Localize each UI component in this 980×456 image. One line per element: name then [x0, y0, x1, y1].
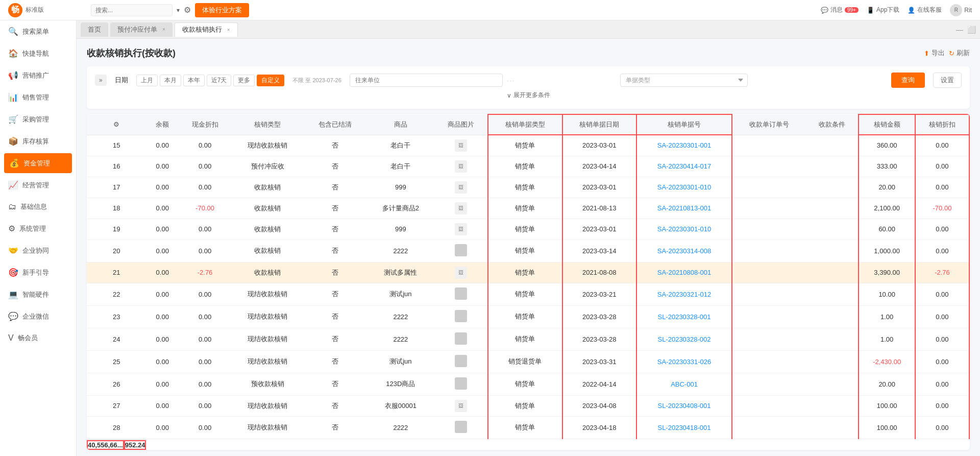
date-range-text: 不限 至 2023-07-26	[292, 77, 341, 84]
app-download-btn[interactable]: 📱 App下载	[867, 6, 899, 14]
message-badge: 99+	[845, 7, 859, 13]
sidebar-item-inventory[interactable]: 📦 库存核算	[0, 130, 76, 152]
th-product: 商品	[366, 114, 435, 135]
top-dropdown-arrow[interactable]: ▾	[177, 7, 180, 14]
doc-no-link[interactable]: SA-20230301-010	[657, 225, 712, 233]
td-doc-no[interactable]: SL-20230328-002	[636, 328, 732, 350]
tab-collect[interactable]: 收款核销执行 ×	[175, 22, 238, 37]
basic-icon: 🗂	[8, 202, 16, 211]
doc-no-link[interactable]: SA-20230314-008	[657, 247, 712, 255]
doc-no-link[interactable]: SA-20230301-010	[657, 183, 712, 191]
footer-discount-total: 952.24	[124, 440, 146, 450]
date-btn-7days[interactable]: 近7天	[207, 75, 232, 86]
td-doc-no[interactable]: SA-20230331-026	[636, 350, 732, 373]
td-product-img: 🖼	[435, 219, 488, 239]
tab-minimize-btn[interactable]: —	[956, 26, 963, 34]
th-settings[interactable]: ⚙	[87, 114, 146, 135]
sidebar-item-operation[interactable]: 📈 经营管理	[0, 174, 76, 196]
date-btn-more[interactable]: 更多	[233, 75, 255, 86]
sidebar-item-sales[interactable]: 📊 销售管理	[0, 86, 76, 108]
td-product: 2222	[366, 305, 435, 328]
doc-no-link[interactable]: SA-20230331-026	[657, 358, 712, 366]
th-amount: 核销金额	[859, 114, 915, 135]
doc-no-link[interactable]: SA-20210813-001	[657, 204, 712, 212]
marketing-icon: 📢	[8, 70, 18, 80]
refresh-button[interactable]: ↻ 刷新	[949, 49, 970, 58]
td-doc-no[interactable]: SL-20230418-001	[636, 416, 732, 439]
td-doc-no[interactable]: SA-20230301-010	[636, 177, 732, 198]
tab-home[interactable]: 首页	[81, 22, 108, 37]
sidebar-item-finance[interactable]: 💰 资金管理	[4, 153, 72, 173]
td-doc-no[interactable]: SA-20230301-010	[636, 219, 732, 239]
td-discount: 0.00	[915, 416, 969, 439]
td-doc-date: 2023-03-28	[562, 305, 636, 328]
td-doc-no[interactable]: SA-20210813-001	[636, 198, 732, 219]
date-btn-custom[interactable]: 自定义	[257, 75, 284, 86]
td-doc-no[interactable]: ABC-001	[636, 373, 732, 395]
doc-no-link[interactable]: SA-20210808-001	[657, 269, 712, 276]
th-order-no: 收款单订单号	[732, 114, 805, 135]
sidebar-item-purchase[interactable]: 🛒 采购管理	[0, 108, 76, 130]
doc-no-link[interactable]: SL-20230328-002	[657, 335, 710, 343]
settings-icon[interactable]: ⚙	[184, 5, 191, 15]
tab-prepay-close[interactable]: ×	[162, 27, 165, 32]
td-doc-no[interactable]: SL-20230328-001	[636, 305, 732, 328]
td-doc-no[interactable]: SA-20230414-017	[636, 156, 732, 177]
sidebar: 🔍 搜索菜单 🏠 快捷导航 📢 营销推广 📊 销售管理 🛒 采购管理 📦 库存核…	[0, 20, 77, 456]
type-select[interactable]: 单据类型	[620, 74, 748, 87]
doc-no-link[interactable]: SA-20230301-001	[657, 141, 712, 149]
td-doc-no[interactable]: SA-20230314-008	[636, 239, 732, 262]
date-btn-thisyear[interactable]: 本年	[183, 75, 205, 86]
td-doc-no[interactable]: SA-20210808-001	[636, 262, 732, 283]
date-btn-lastmonth[interactable]: 上月	[136, 75, 158, 86]
unit-input[interactable]	[350, 74, 503, 87]
doc-no-link[interactable]: SL-20230328-001	[657, 313, 710, 321]
content-area: 首页 预付冲应付单 × 收款核销执行 × — ⬜ 收款核销执行(按收款)	[77, 20, 980, 456]
th-product-img: 商品图片	[435, 114, 488, 135]
tab-maximize-btn[interactable]: ⬜	[967, 26, 976, 34]
export-button[interactable]: ⬆ 导出	[924, 49, 945, 58]
tab-collect-close[interactable]: ×	[227, 27, 230, 33]
top-search-input[interactable]	[91, 4, 173, 16]
online-service-btn[interactable]: 👤 在线客服	[908, 6, 942, 14]
setting-button[interactable]: 设置	[933, 73, 962, 88]
sidebar-item-basic[interactable]: 🗂 基础信息	[0, 196, 76, 218]
sidebar-item-marketing[interactable]: 📢 营销推广	[0, 64, 76, 86]
td-product-img: 🖼	[435, 198, 488, 219]
expand-more-label: 展开更多条件	[513, 91, 550, 100]
sidebar-item-member[interactable]: V 畅会员	[0, 327, 76, 349]
expand-more-btn[interactable]: ∨ 展开更多条件	[95, 88, 962, 103]
date-btn-thismonth[interactable]: 本月	[160, 75, 181, 86]
doc-no-link[interactable]: SL-20230408-001	[657, 402, 710, 410]
sidebar-item-wechat[interactable]: 💬 企业微信	[0, 305, 76, 327]
doc-no-link[interactable]: SA-20230321-012	[657, 291, 712, 298]
user-info[interactable]: R Rit	[950, 4, 972, 16]
td-doc-date: 2023-03-01	[562, 177, 636, 198]
tab-prepay[interactable]: 预付冲应付单 ×	[110, 22, 173, 37]
td-doc-no[interactable]: SA-20230321-012	[636, 283, 732, 305]
td-balance: 0.00	[146, 198, 179, 219]
message-btn[interactable]: 💬 消息 99+	[821, 6, 859, 14]
doc-no-link[interactable]: SL-20230418-001	[657, 424, 710, 431]
td-product-img	[435, 305, 488, 328]
filter-expand-btn[interactable]: »	[95, 75, 107, 86]
td-doc-type: 销货单	[488, 198, 562, 219]
sidebar-item-hardware[interactable]: 💻 智能硬件	[0, 283, 76, 305]
td-cash-discount: 0.00	[179, 239, 231, 262]
hardware-icon: 💻	[8, 290, 18, 299]
refresh-label: 刷新	[957, 49, 970, 58]
td-discount: 0.00	[915, 373, 969, 395]
sidebar-item-newguide[interactable]: 🎯 新手引导	[0, 261, 76, 283]
sidebar-item-search[interactable]: 🔍 搜索菜单	[0, 20, 76, 42]
trial-button[interactable]: 体验行业方案	[195, 3, 249, 17]
td-product-img	[435, 283, 488, 305]
td-doc-no[interactable]: SA-20230301-001	[636, 135, 732, 156]
sidebar-item-enterprise[interactable]: 🤝 企业协同	[0, 239, 76, 261]
td-doc-no[interactable]: SL-20230408-001	[636, 395, 732, 416]
query-button[interactable]: 查询	[891, 73, 925, 88]
sidebar-item-system[interactable]: ⚙ 系统管理	[0, 218, 76, 239]
td-type: 收款核销	[231, 198, 304, 219]
doc-no-link[interactable]: ABC-001	[671, 380, 698, 388]
doc-no-link[interactable]: SA-20230414-017	[657, 162, 712, 170]
sidebar-item-quicknav[interactable]: 🏠 快捷导航	[0, 42, 76, 64]
